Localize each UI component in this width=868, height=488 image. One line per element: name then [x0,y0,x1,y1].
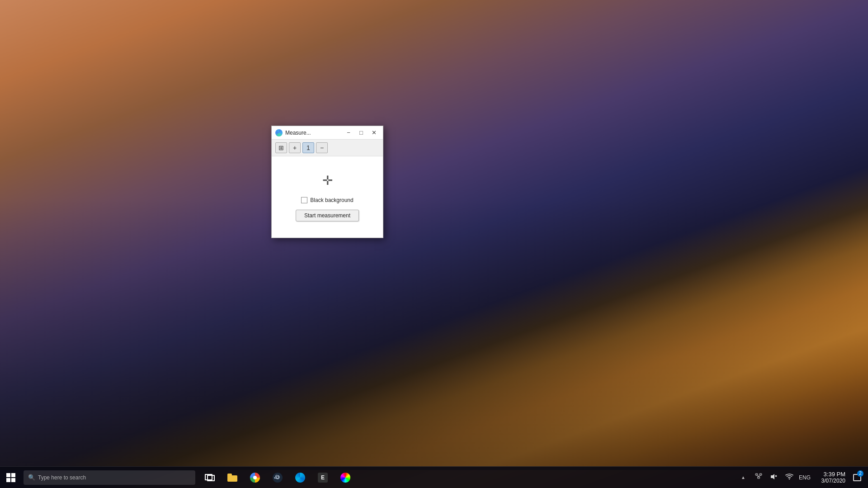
black-background-label: Black background [310,197,353,203]
color-picker-icon [340,473,350,483]
steam-icon [273,473,283,483]
taskbar-icon-chrome[interactable] [244,467,266,488]
taskbar: 🔍 Type here to search [0,466,868,488]
svg-line-5 [757,475,759,477]
taskbar-icon-file-explorer[interactable] [222,467,243,488]
dialog-title: Measure... [285,130,342,136]
tray-language-button[interactable]: ENG [797,467,812,488]
tray-wifi-button[interactable] [782,467,797,488]
folder-icon [227,474,237,482]
measure-dialog: Measure... − □ ✕ ⊞ + 1 − ✛ Black backgro… [271,126,383,238]
dialog-maximize-button[interactable]: □ [355,128,368,138]
notification-count: 2 [857,470,863,477]
svg-line-6 [759,475,761,477]
dialog-controls: − □ ✕ [342,128,380,138]
toolbar-minus-button[interactable]: − [316,142,328,153]
clock-date: 3/07/2020 [821,478,845,484]
wifi-icon [785,474,793,481]
tray-volume-button[interactable] [767,467,781,488]
start-button[interactable] [0,467,22,488]
tray-network-button[interactable] [751,467,766,488]
tray-show-hidden-button[interactable]: ▲ [736,467,750,488]
system-tray: ▲ [732,467,868,488]
black-background-option[interactable]: Black background [301,197,353,203]
windows-logo-icon [6,473,15,482]
start-measurement-button[interactable]: Start measurement [296,210,359,221]
taskbar-icon-steam[interactable] [267,467,288,488]
taskbar-icon-color-picker[interactable] [335,467,356,488]
clock-time: 3:39 PM [824,471,845,478]
chevron-up-icon: ▲ [741,475,745,480]
black-background-checkbox[interactable] [301,197,307,203]
search-icon: 🔍 [28,474,35,481]
measure-app-icon [275,129,283,136]
ubisoft-icon [295,473,305,483]
svg-rect-1 [755,474,758,475]
svg-marker-7 [771,474,774,479]
search-placeholder-text: Type here to search [38,474,86,481]
clock[interactable]: 3:39 PM 3/07/2020 [813,467,849,488]
dialog-minimize-button[interactable]: − [342,128,355,138]
volume-icon [770,473,778,482]
language-label: ENG [797,474,812,481]
epic-games-icon: E [318,473,328,483]
dialog-content: ✛ Black background Start measurement [272,156,383,238]
taskbar-icon-ubisoft[interactable] [289,467,311,488]
toolbar-one-button[interactable]: 1 [302,142,314,153]
dialog-close-button[interactable]: ✕ [368,128,380,138]
search-bar[interactable]: 🔍 Type here to search [24,470,195,485]
taskbar-apps: E [199,467,356,488]
taskbar-icon-task-view[interactable] [199,467,221,488]
crosshair-symbol: ✛ [322,173,333,188]
notification-center-button[interactable]: 2 [850,467,864,488]
svg-rect-2 [760,474,762,475]
task-view-icon [205,474,215,481]
svg-point-0 [277,476,279,478]
network-icon [755,473,762,482]
svg-rect-3 [758,477,760,479]
chrome-icon [250,473,260,483]
taskbar-icon-epic[interactable]: E [312,467,334,488]
dialog-titlebar: Measure... − □ ✕ [272,126,383,140]
toolbar-fit-button[interactable]: ⊞ [275,142,287,153]
toolbar-add-button[interactable]: + [289,142,301,153]
city-overlay [0,199,868,470]
dialog-toolbar: ⊞ + 1 − [272,140,383,156]
